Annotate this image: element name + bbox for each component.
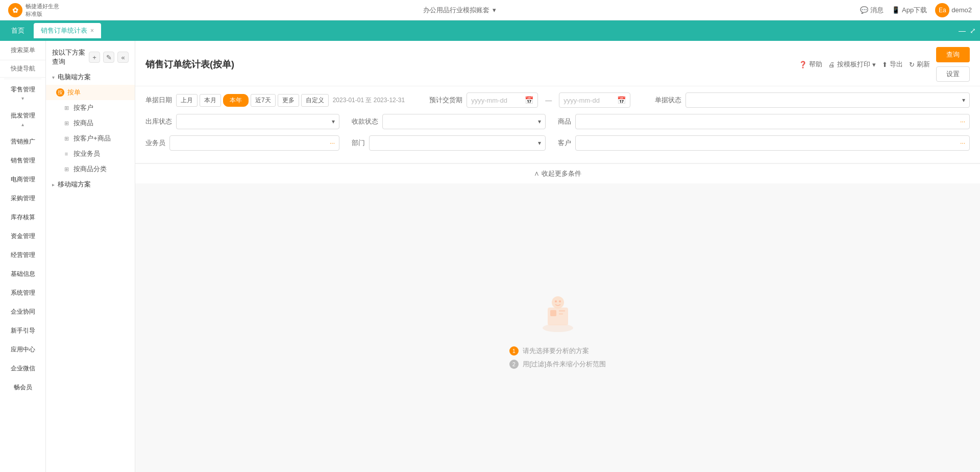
sidebar-item-newuser[interactable]: 新手引导 [0,321,45,340]
sidebar-search[interactable]: 搜索菜单 [0,41,45,60]
industry-label: 办公用品行业模拟账套 [423,6,489,15]
receipt-status-select[interactable]: ▾ [382,114,546,129]
dept-select[interactable]: ▾ [369,135,546,151]
sidebar-item-operations[interactable]: 经营管理 [0,246,45,265]
sidebar-item-finance[interactable]: 资金管理 [0,227,45,246]
tree-item-icon: 按 [56,88,64,97]
filter-panel: 销售订单统计表(按单) ❓ 帮助 🖨 按模板打印 ▾ ⬆ [135,41,980,472]
date-btn-this-month[interactable]: 本月 [200,94,221,107]
tab-active[interactable]: 销售订单统计表 × [34,23,101,38]
tree-group-mobile[interactable]: ▸ 移动端方案 [46,177,135,192]
tree-collapse-btn[interactable]: « [117,52,129,63]
message-btn[interactable]: 💬 消息 [860,6,884,15]
date-btn-custom[interactable]: 自定义 [301,94,329,107]
svg-rect-2 [550,310,556,316]
sidebar-item-purchase[interactable]: 采购管理 [0,189,45,208]
product-select[interactable]: ··· [575,114,970,129]
help-icon: ❓ [799,61,807,68]
filter-customer-label: 客户 [558,138,571,148]
svg-rect-4 [559,313,563,315]
export-btn[interactable]: ⬆ 导出 [882,60,903,69]
chevron-down-icon[interactable]: ▾ [493,6,496,14]
tree-edit-btn[interactable]: ✎ [103,52,114,63]
empty-state: 1 请先选择要分析的方案 2 用[过滤]条件来缩小分析范围 [135,183,980,472]
filter-date-end-input[interactable]: yyyy-mm-dd 📅 [559,92,630,108]
filter-status-select[interactable]: ▾ [685,92,970,108]
main-layout: 搜索菜单 快捷导航 零售管理 ▾ 批发管理 ▴ 营销推广 销售管理 电商管理 采… [0,41,980,472]
filter-status-item: 单据状态 ▾ [655,92,970,108]
date-range-text: 2023-01-01 至 2023-12-31 [333,96,405,105]
sidebar-item-ecommerce[interactable]: 电商管理 [0,170,45,189]
sidebar-item-basic[interactable]: 基础信息 [0,265,45,284]
sidebar-item-label: 采购管理 [11,194,35,203]
query-button[interactable]: 查询 [936,47,970,62]
svg-point-7 [559,300,561,302]
sidebar-item-system[interactable]: 系统管理 [0,284,45,302]
filter-date-start-input[interactable]: yyyy-mm-dd 📅 [467,92,538,108]
sidebar-item-label: 批发管理 [11,111,35,120]
sidebar-item-marketing[interactable]: 营销推广 [0,132,45,151]
sidebar-quick-nav[interactable]: 快捷导航 [0,60,45,78]
help-btn[interactable]: ❓ 帮助 [799,60,822,69]
tree-item-by-order[interactable]: 按 按单 [46,85,135,100]
tree-group-label: 电脑端方案 [58,73,91,82]
sidebar-item-retail[interactable]: 零售管理 ▾ [0,80,45,106]
settings-button[interactable]: 设置 [936,66,970,82]
tree-add-btn[interactable]: + [89,52,100,63]
empty-hints: 1 请先选择要分析的方案 2 用[过滤]条件来缩小分析范围 [509,346,606,369]
collapse-bar[interactable]: ∧ 收起更多条件 [135,163,980,183]
sidebar-item-wechat[interactable]: 企业微信 [0,359,45,378]
tabbar: 首页 销售订单统计表 × — ⤢ [0,20,980,41]
tab-home[interactable]: 首页 [4,23,32,38]
date-btn-more[interactable]: 更多 [278,94,299,107]
sidebar-item-appcenter[interactable]: 应用中心 [0,340,45,359]
chevron-up-icon: ▴ [21,122,24,127]
filter-dept: 部门 ▾ [352,135,546,151]
tree-item-by-customer[interactable]: ⊞ 按客户 [46,100,135,115]
sidebar-item-enterprise[interactable]: 企业协同 [0,302,45,321]
page-title: 销售订单统计表(按单) [145,58,234,70]
date-btn-last-7-days[interactable]: 近7天 [251,94,276,107]
restore-icon[interactable]: — [959,27,966,35]
print-label: 按模板打印 [837,60,870,69]
date-separator: — [545,97,552,104]
logo-icon: ✿ [8,3,22,17]
print-btn[interactable]: 🖨 按模板打印 ▾ [828,60,876,69]
grid-icon: ⊞ [62,119,70,127]
tree-item-label: 按商品 [74,119,93,128]
sidebar-item-label: 新手引导 [11,326,35,335]
sidebar-item-label: 企业协同 [11,308,35,316]
filter-staff: 业务员 ··· [145,135,339,151]
app-download-btn[interactable]: 📱 App下载 [892,6,927,15]
date-btn-this-year[interactable]: 本年 [223,94,249,107]
sidebar-item-wholesale[interactable]: 批发管理 ▴ [0,106,45,132]
tree-item-by-customer-product[interactable]: ⊞ 按客户+商品 [46,131,135,146]
refresh-btn[interactable]: ↻ 刷新 [909,60,930,69]
sidebar-item-inventory[interactable]: 库存核算 [0,208,45,227]
export-icon: ⬆ [882,61,888,68]
bar-chart-icon: ≡ [62,150,70,158]
empty-hint-1: 1 请先选择要分析的方案 [509,346,606,356]
sidebar-item-label: 资金管理 [11,232,35,241]
user-menu[interactable]: Ea demo2 [935,3,972,17]
ship-status-select[interactable]: ▾ [176,114,339,129]
sidebar-item-label: 企业微信 [11,364,35,373]
user-name: demo2 [951,6,972,14]
logo-text: 畅捷通好生意 标准版 [26,3,59,17]
tree-item-by-product[interactable]: ⊞ 按商品 [46,115,135,131]
date-end-placeholder: yyyy-mm-dd [564,97,600,104]
filter-date-buttons: 上月 本月 本年 近7天 更多 自定义 2023-01-01 至 2023-12… [176,94,405,107]
date-btn-last-month[interactable]: 上月 [176,94,198,107]
export-label: 导出 [890,60,903,69]
avatar: Ea [935,3,949,17]
sidebar-item-sales[interactable]: 销售管理 [0,151,45,170]
customer-select[interactable]: ··· [575,135,970,151]
staff-select[interactable]: ··· [169,135,339,151]
sidebar-item-label: 经营管理 [11,251,35,259]
maximize-icon[interactable]: ⤢ [970,27,976,35]
tree-group-pc[interactable]: ▾ 电脑端方案 [46,69,135,85]
tab-close-btn[interactable]: × [90,27,94,34]
tree-item-by-category[interactable]: ⊞ 按商品分类 [46,161,135,177]
sidebar-item-member[interactable]: 畅会员 [0,378,45,397]
tree-item-by-staff[interactable]: ≡ 按业务员 [46,146,135,161]
